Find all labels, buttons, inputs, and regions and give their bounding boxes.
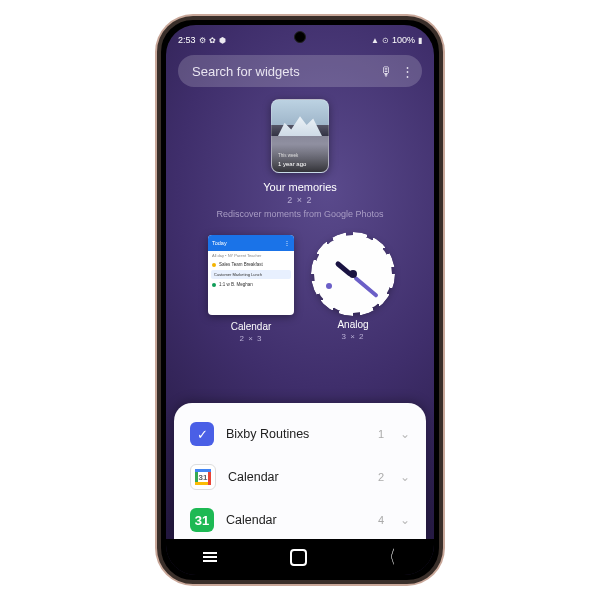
list-item-samsung-calendar[interactable]: 31 Calendar 4 ⌄ bbox=[174, 499, 426, 539]
chevron-down-icon[interactable]: ⌄ bbox=[400, 513, 410, 527]
recents-button[interactable] bbox=[203, 552, 217, 562]
list-item-count: 2 bbox=[378, 471, 384, 483]
navigation-bar: 〈 bbox=[166, 539, 434, 575]
list-item-google-calendar[interactable]: 31 Calendar 2 ⌄ bbox=[174, 455, 426, 499]
wifi-icon: ▲ bbox=[371, 36, 379, 45]
bixby-icon: ✓ bbox=[190, 422, 214, 446]
google-calendar-icon: 31 bbox=[190, 464, 216, 490]
voice-icon[interactable]: 🎙 bbox=[380, 64, 393, 79]
search-bar[interactable]: Search for widgets 🎙 ⋮ bbox=[178, 55, 422, 87]
memories-size: 2 × 2 bbox=[287, 195, 312, 205]
list-item-label: Bixby Routines bbox=[226, 427, 366, 441]
memories-preview: This week 1 year ago bbox=[271, 99, 329, 173]
calendar-label: Calendar bbox=[231, 321, 272, 332]
signal-icon: ⊙ bbox=[382, 36, 389, 45]
list-item-count: 4 bbox=[378, 514, 384, 526]
samsung-calendar-icon: 31 bbox=[190, 508, 214, 532]
widget-scroll-area[interactable]: This week 1 year ago Your memories 2 × 2… bbox=[166, 89, 434, 539]
battery-percent: 100% bbox=[392, 35, 415, 45]
widget-memories[interactable]: This week 1 year ago Your memories 2 × 2… bbox=[166, 99, 434, 219]
search-placeholder: Search for widgets bbox=[192, 64, 372, 79]
analog-label: Analog bbox=[337, 319, 368, 330]
calendar-preview: Today⋮ All day • NY Parent Teacher Sales… bbox=[208, 235, 294, 315]
list-item-label: Calendar bbox=[228, 470, 366, 484]
list-item-count: 1 bbox=[378, 428, 384, 440]
minute-hand bbox=[353, 276, 379, 298]
list-item-label: Calendar bbox=[226, 513, 366, 527]
notification-icon: ⬢ bbox=[219, 36, 226, 45]
chevron-down-icon[interactable]: ⌄ bbox=[400, 470, 410, 484]
widget-calendar[interactable]: Today⋮ All day • NY Parent Teacher Sales… bbox=[208, 235, 294, 343]
list-item-bixby[interactable]: ✓ Bixby Routines 1 ⌄ bbox=[174, 413, 426, 455]
front-camera bbox=[294, 31, 306, 43]
memories-caption-small: This week bbox=[278, 153, 298, 158]
memories-caption-big: 1 year ago bbox=[278, 161, 306, 167]
calendar-size: 2 × 3 bbox=[239, 334, 262, 343]
phone-frame: 2:53 ⚙ ✿ ⬢ ▲ ⊙ 100% ▮ Search for widgets… bbox=[157, 16, 443, 584]
back-button[interactable]: 〈 bbox=[382, 545, 395, 569]
memories-desc: Rediscover moments from Google Photos bbox=[216, 209, 383, 219]
notification-icon: ⚙ bbox=[199, 36, 206, 45]
widget-app-list[interactable]: ✓ Bixby Routines 1 ⌄ 31 Calendar 2 ⌄ 31 … bbox=[174, 403, 426, 539]
analog-size: 3 × 2 bbox=[341, 332, 364, 341]
widget-analog-clock[interactable]: Analog 3 × 2 bbox=[314, 235, 392, 343]
analog-clock-preview bbox=[314, 235, 392, 313]
more-icon[interactable]: ⋮ bbox=[401, 64, 414, 79]
chevron-down-icon[interactable]: ⌄ bbox=[400, 427, 410, 441]
battery-icon: ▮ bbox=[418, 36, 422, 45]
calendar-header-day: Today bbox=[212, 240, 227, 246]
notification-icon: ✿ bbox=[209, 36, 216, 45]
memories-title: Your memories bbox=[263, 181, 337, 193]
screen: 2:53 ⚙ ✿ ⬢ ▲ ⊙ 100% ▮ Search for widgets… bbox=[166, 25, 434, 575]
status-time: 2:53 bbox=[178, 35, 196, 45]
home-button[interactable] bbox=[290, 549, 307, 566]
